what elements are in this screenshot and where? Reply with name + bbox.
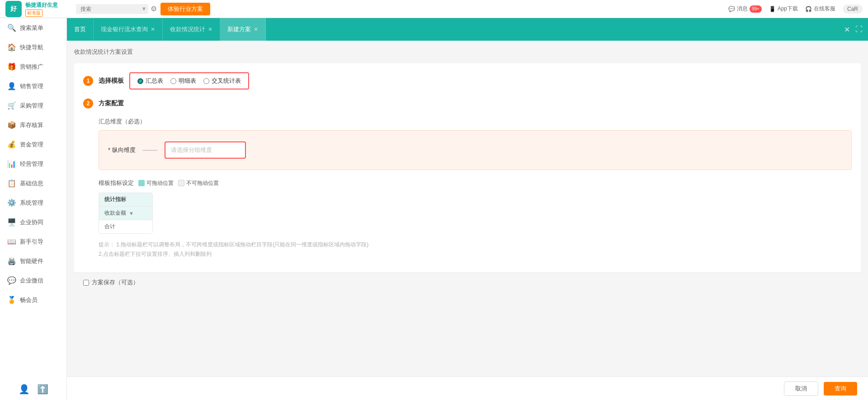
sidebar-item-enterprise-collab[interactable]: 🖥️ 企业协同: [0, 212, 66, 232]
logo: 好: [5, 1, 22, 17]
sidebar-item-operations[interactable]: 📊 经营管理: [0, 154, 66, 174]
gear-icon[interactable]: ⚙: [151, 5, 157, 13]
try-industry-btn[interactable]: 体验行业方案: [160, 3, 210, 15]
non-draggable-label: 不可拖动位置: [186, 179, 219, 187]
notice-badge: 99+: [750, 5, 762, 13]
tab-close-action[interactable]: ✕: [844, 25, 850, 34]
tab-bar-actions: ✕ ⛶: [839, 18, 868, 41]
user-icon: 👤: [7, 82, 16, 90]
tab-new-plan-close[interactable]: ✕: [254, 26, 258, 33]
sidebar-item-label: 新手引导: [20, 238, 43, 246]
tab-bank-flow-close[interactable]: ✕: [151, 26, 155, 33]
monitor-icon: 🖥️: [7, 218, 16, 226]
radio-detail-input[interactable]: [170, 78, 176, 84]
query-button[interactable]: 查询: [824, 382, 857, 395]
sidebar-item-label: 系统管理: [20, 199, 43, 207]
save-plan-checkbox-label[interactable]: 方案保存（可选）: [83, 278, 139, 287]
radio-crosstab-input[interactable]: [203, 78, 209, 84]
sidebar-item-finance[interactable]: 💰 资金管理: [0, 135, 66, 154]
radio-crosstab[interactable]: 交叉统计表: [203, 77, 241, 85]
non-draggable-color-swatch: [178, 180, 184, 186]
sidebar-item-label: 库存核算: [20, 121, 43, 129]
tab-expand-action[interactable]: ⛶: [855, 25, 863, 33]
radio-summary-input[interactable]: [137, 78, 143, 84]
tab-bar: 首页 现金银行流水查询 ✕ 收款情况统计 ✕ 新建方案 ✕ ✕ ⛶: [67, 18, 868, 41]
sidebar-item-label: 营销推广: [20, 63, 43, 71]
book-icon: 📖: [7, 237, 16, 246]
wechat-icon: 💬: [7, 276, 16, 285]
template-select-box: 汇总表 明细表 交叉统计表: [129, 72, 249, 89]
notice-label: 消息: [737, 5, 748, 13]
save-plan-checkbox[interactable]: [83, 280, 89, 286]
sidebar-item-member[interactable]: 🏅 畅会员: [0, 290, 66, 310]
metric-dropdown-icon[interactable]: ▼: [129, 211, 134, 216]
gift-icon: 🎁: [7, 62, 16, 71]
sidebar-item-sales[interactable]: 👤 销售管理: [0, 76, 66, 96]
notice-icon: 💬: [728, 6, 735, 12]
radio-crosstab-label: 交叉统计表: [212, 77, 241, 85]
search-dropdown-icon[interactable]: ▼: [141, 5, 147, 12]
sidebar-item-inventory[interactable]: 📦 库存核算: [0, 115, 66, 135]
app-download-item[interactable]: 📱 App下载: [769, 5, 798, 13]
radio-summary[interactable]: 汇总表: [137, 77, 163, 85]
dimension-select[interactable]: 请选择分组维度: [165, 141, 246, 159]
sidebar-item-search-menu[interactable]: 🔍 搜索菜单: [0, 18, 66, 38]
online-service-item[interactable]: 🎧 在线客服: [805, 5, 835, 13]
tab-collection-stats-label: 收款情况统计: [170, 25, 205, 33]
dimension-arrow-icon: ——: [143, 146, 157, 154]
total-label: 合计: [104, 223, 115, 230]
sidebar-item-enterprise-wechat[interactable]: 💬 企业微信: [0, 271, 66, 290]
drag-indicator-non-draggable: 不可拖动位置: [178, 179, 219, 187]
user-avatar-area[interactable]: CaR: [843, 5, 863, 14]
sidebar-item-label: 资金管理: [20, 141, 43, 149]
sidebar-bottom-icon1[interactable]: 👤: [19, 384, 30, 395]
sidebar-item-label: 智能硬件: [20, 257, 43, 265]
sidebar-item-smart-hardware[interactable]: 🖨️ 智能硬件: [0, 251, 66, 271]
chart-icon: 📊: [7, 160, 16, 168]
box-icon: 📦: [7, 121, 16, 129]
top-search-input[interactable]: [76, 4, 148, 14]
sidebar-item-label: 基础信息: [20, 179, 43, 188]
sidebar-item-label: 企业微信: [20, 277, 43, 285]
sidebar-item-purchase[interactable]: 🛒 采购管理: [0, 96, 66, 115]
sidebar-item-newbie[interactable]: 📖 新手引导: [0, 232, 66, 251]
tab-new-plan-label: 新建方案: [227, 25, 251, 33]
step1-number: 1: [83, 76, 93, 86]
tab-bank-flow[interactable]: 现金银行流水查询 ✕: [94, 18, 163, 41]
printer-icon: 🖨️: [7, 257, 16, 265]
step2-label: 方案配置: [99, 99, 124, 108]
cancel-button[interactable]: 取消: [784, 381, 818, 396]
vertical-dim-label: * 纵向维度: [108, 146, 136, 154]
sidebar-item-quick-nav[interactable]: 🏠 快捷导航: [0, 38, 66, 57]
metric-setting-row: 模板指标设定 可拖动位置 不可拖动位置: [99, 179, 852, 187]
sidebar-item-label: 搜索菜单: [20, 24, 43, 32]
hints-section: 提示： 1.拖动标题栏可以调整布局，不可跨维度或指标区域拖动栏目字段(只能在同一…: [99, 234, 852, 264]
sidebar-item-system[interactable]: ⚙️ 系统管理: [0, 193, 66, 212]
dimension-title: 汇总维度（必选）: [99, 118, 852, 126]
step2-row: 2 方案配置: [83, 99, 852, 108]
step2-section: 2 方案配置 汇总维度（必选） * 纵向维度 —— 请选择分组维度: [83, 99, 852, 264]
radio-detail[interactable]: 明细表: [170, 77, 196, 85]
system-icon: ⚙️: [7, 198, 16, 207]
top-bar-icons: 💬 消息 99+ 📱 App下载 🎧 在线客服 CaR: [728, 5, 863, 14]
template-radio-group: 汇总表 明细表 交叉统计表: [137, 77, 241, 85]
draggable-label: 可拖动位置: [146, 179, 174, 187]
search-menu-icon: 🔍: [7, 24, 16, 32]
tab-new-plan[interactable]: 新建方案 ✕: [220, 18, 266, 41]
medal-icon: 🏅: [7, 296, 16, 304]
sidebar-bottom-icon2[interactable]: ⬆️: [37, 384, 48, 395]
sidebar-item-basic-info[interactable]: 📋 基础信息: [0, 174, 66, 193]
logo-badge: 标准版: [25, 9, 42, 17]
metric-label: 收款金额: [104, 209, 126, 217]
tab-home[interactable]: 首页: [67, 18, 94, 41]
step2-number: 2: [83, 99, 93, 108]
notice-item[interactable]: 💬 消息 99+: [728, 5, 762, 13]
tab-collection-stats[interactable]: 收款情况统计 ✕: [163, 18, 220, 41]
footer-bar: 取消 查询: [67, 376, 868, 400]
sidebar-item-marketing[interactable]: 🎁 营销推广: [0, 57, 66, 76]
sidebar-item-label: 采购管理: [20, 102, 43, 110]
tab-collection-stats-close[interactable]: ✕: [208, 26, 212, 33]
draggable-color-swatch: [138, 180, 145, 186]
main-card: 1 选择模板 汇总表 明细表: [74, 63, 861, 273]
cart-icon: 🛒: [7, 101, 16, 110]
